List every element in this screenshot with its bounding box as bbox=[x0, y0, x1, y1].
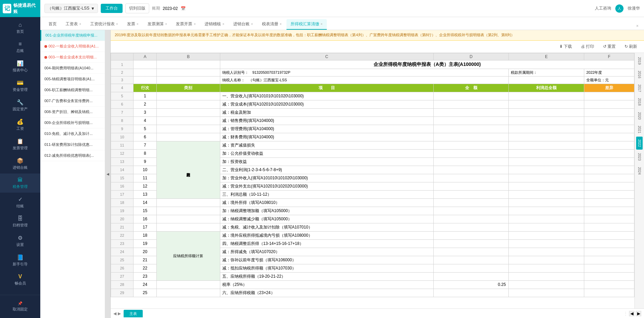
cell-linenum[interactable]: 1 bbox=[134, 92, 157, 100]
cell-linenum[interactable]: 24 bbox=[134, 280, 157, 289]
cell-item[interactable]: 四、纳税调整后所得（13-14+15-16-17+18） bbox=[220, 239, 433, 248]
close-icon[interactable]: × bbox=[194, 22, 196, 26]
cell-linenum[interactable]: 14 bbox=[134, 198, 157, 207]
close-icon[interactable]: × bbox=[79, 22, 81, 26]
cell-diff[interactable] bbox=[584, 125, 634, 133]
cell-item[interactable]: 加：营业外收入(填写A101010\101020\103000) bbox=[220, 174, 433, 182]
cell-profit[interactable] bbox=[509, 116, 584, 125]
cell-category[interactable] bbox=[157, 198, 220, 207]
cell-item[interactable]: 二、营业利润(1-2-3-4-5-6-7-8+9) bbox=[220, 166, 433, 174]
cell-item[interactable]: 五、应纳税所得额（19-20-21-22） bbox=[220, 272, 433, 280]
cell-item[interactable]: 税率（25%） bbox=[220, 280, 433, 289]
cell-profit[interactable] bbox=[509, 174, 584, 182]
cell-diff[interactable] bbox=[584, 174, 634, 182]
cell-diff[interactable] bbox=[584, 100, 634, 108]
cell-linenum[interactable]: 18 bbox=[134, 231, 157, 239]
tab-purchase-ledger[interactable]: 进销台账 × bbox=[229, 19, 257, 30]
cell-profit[interactable] bbox=[509, 280, 584, 289]
tax-list-item-007[interactable]: 007-广告费和业务宣传费跨... bbox=[40, 96, 105, 107]
sidebar-item-assets[interactable]: 💳 资金管理 bbox=[0, 76, 40, 96]
sheet-tab-main[interactable]: 主表 bbox=[124, 310, 143, 317]
cell-profit[interactable] bbox=[509, 239, 584, 248]
cell-linenum[interactable]: 8 bbox=[134, 149, 157, 157]
cell-item[interactable]: 减：营业外支出(填写A102010\102020\103000) bbox=[220, 182, 433, 190]
cell-profit[interactable] bbox=[509, 272, 584, 280]
sidebar-item-home[interactable]: ⌂ 首页 bbox=[0, 18, 40, 38]
cell-profit[interactable] bbox=[509, 231, 584, 239]
cell-category[interactable] bbox=[157, 215, 220, 223]
cell[interactable] bbox=[134, 60, 157, 69]
cell-amount[interactable]: 0.25 bbox=[433, 280, 509, 289]
cell-diff[interactable] bbox=[584, 182, 634, 190]
tab-invoice-open[interactable]: 发票开票 × bbox=[172, 19, 200, 30]
close-icon[interactable]: × bbox=[222, 22, 224, 26]
cell-diff[interactable] bbox=[584, 133, 634, 141]
tax-list-item-003[interactable]: 003-一般企业成本支出明细... bbox=[40, 52, 105, 63]
close-icon[interactable]: × bbox=[137, 22, 139, 26]
next-arrow[interactable]: ▶ bbox=[118, 311, 121, 316]
scroll-right-arrow[interactable]: ▶ bbox=[636, 311, 641, 316]
cell-amount[interactable] bbox=[433, 256, 509, 264]
tax-list-item-011[interactable]: 011-研发费用加计扣除优惠... bbox=[40, 139, 105, 150]
cell-profit[interactable] bbox=[509, 223, 584, 231]
cell-item[interactable]: 减：境外应税所得抵减境内亏损（填写A108000） bbox=[220, 231, 433, 239]
close-icon[interactable]: × bbox=[165, 22, 167, 26]
cell-diff[interactable] bbox=[584, 256, 634, 264]
sidebar-item-member[interactable]: V 畅会员 bbox=[0, 270, 40, 289]
cell-amount[interactable] bbox=[433, 264, 509, 272]
sidebar-item-settings[interactable]: ⚙ 设置 bbox=[0, 231, 40, 251]
download-button[interactable]: ⬇ 下载 bbox=[557, 43, 575, 51]
tax-list-item-001[interactable]: 001-企业所得税年度纳税申报... bbox=[40, 30, 105, 41]
cell[interactable] bbox=[157, 76, 220, 84]
print-button[interactable]: 🖨 打印 bbox=[578, 43, 597, 51]
year-nav-2018[interactable]: 2018 bbox=[636, 95, 643, 108]
cell-amount[interactable] bbox=[433, 141, 509, 149]
cell-amount[interactable] bbox=[433, 166, 509, 174]
cell-diff[interactable] bbox=[584, 223, 634, 231]
tax-list-item-005[interactable]: 005-纳税调整项目明细表(A1... bbox=[40, 74, 105, 85]
sidebar-item-reports[interactable]: 📊 报表中心 bbox=[0, 57, 40, 76]
pin-toggle[interactable]: 📌 取消固定 bbox=[0, 299, 40, 315]
cell-amount[interactable] bbox=[433, 182, 509, 190]
cell-linenum[interactable]: 2 bbox=[134, 100, 157, 108]
cell-linenum[interactable]: 4 bbox=[134, 116, 157, 125]
cell[interactable] bbox=[134, 76, 157, 84]
global-close-icon[interactable]: × bbox=[635, 22, 640, 30]
prev-arrow[interactable]: ◀ bbox=[113, 311, 116, 316]
tab-purchase-check[interactable]: 进销稽核 × bbox=[200, 19, 228, 30]
cell-profit[interactable] bbox=[509, 182, 584, 190]
tab-income-tax-calc[interactable]: 所得税汇算清缴 × bbox=[286, 19, 327, 30]
cell-amount[interactable] bbox=[433, 239, 509, 248]
cell-profit[interactable] bbox=[509, 100, 584, 108]
tab-payroll-stats[interactable]: 工资统计报表 × bbox=[86, 19, 122, 30]
cell-item[interactable]: 减：纳税调整减少额（填写A105000） bbox=[220, 215, 433, 223]
cell-profit[interactable] bbox=[509, 289, 584, 297]
cell-profit[interactable] bbox=[509, 133, 584, 141]
year-nav-2020[interactable]: 2020 bbox=[636, 109, 643, 122]
cell-profit[interactable] bbox=[509, 215, 584, 223]
sidebar-item-payroll[interactable]: 💰 工资 bbox=[0, 115, 40, 135]
tab-payroll[interactable]: 工资表 × bbox=[61, 19, 85, 30]
cell-linenum[interactable]: 22 bbox=[134, 264, 157, 272]
cell-diff[interactable] bbox=[584, 207, 634, 215]
cell-amount[interactable] bbox=[433, 190, 509, 198]
cell-category[interactable] bbox=[157, 133, 220, 141]
cell-amount[interactable] bbox=[433, 133, 509, 141]
cell-profit[interactable] bbox=[509, 108, 584, 116]
cell-linenum[interactable]: 7 bbox=[134, 141, 157, 149]
tax-list-item-006[interactable]: 006-职工薪酬纳税调整明细... bbox=[40, 85, 105, 96]
year-nav-2016[interactable]: 2016 bbox=[636, 68, 643, 81]
cell-amount[interactable] bbox=[433, 231, 509, 239]
cell-linenum[interactable]: 3 bbox=[134, 108, 157, 116]
sheet-scroll[interactable]: A B C D E F bbox=[111, 53, 634, 308]
cell-diff[interactable] bbox=[584, 231, 634, 239]
cell-amount[interactable] bbox=[433, 215, 509, 223]
cell-category[interactable] bbox=[157, 223, 220, 231]
cell-item[interactable]: 减：免税、减计收入及加计扣除（填写A107010） bbox=[220, 223, 433, 231]
sidebar-item-guide[interactable]: 📘 新手引导 bbox=[0, 251, 40, 270]
sidebar-item-purchase[interactable]: 📦 进销台账 bbox=[0, 154, 40, 174]
reset-button[interactable]: ↺ 重置 bbox=[600, 43, 618, 51]
year-nav-2019[interactable]: 2019 bbox=[636, 54, 643, 67]
cell-profit[interactable] bbox=[509, 198, 584, 207]
cell-diff[interactable] bbox=[584, 239, 634, 248]
